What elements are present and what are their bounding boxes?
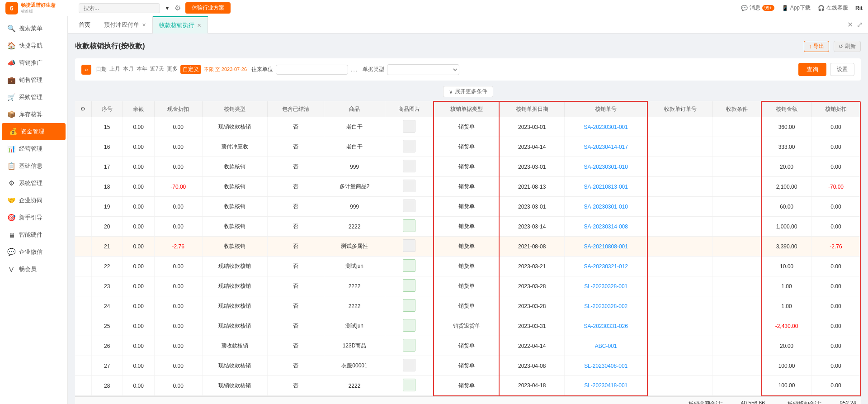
sidebar-item-wechat[interactable]: 💬 企业微信 <box>0 243 67 261</box>
sidebar-item-nav[interactable]: 🏠 快捷导航 <box>0 37 67 54</box>
goods-image <box>403 319 415 332</box>
td-cancel-doc-date: 2023-04-14 <box>499 137 564 157</box>
doc-no-link[interactable]: SA-20230314-008 <box>584 223 627 230</box>
filter-unit-item: 往来单位 ... <box>251 65 358 75</box>
logo-sub: 标准版 <box>21 9 56 14</box>
doc-no-link[interactable]: SA-20230301-001 <box>584 124 627 130</box>
date-more[interactable]: 更多 <box>167 65 178 74</box>
tab-cancel[interactable]: 收款核销执行 ✕ <box>153 16 208 33</box>
sidebar-item-system[interactable]: ⚙ 系统管理 <box>0 175 67 192</box>
doc-no-link[interactable]: SA-20230301-010 <box>584 164 627 170</box>
tab-cancel-close[interactable]: ✕ <box>197 17 201 34</box>
filter-dots: ... <box>351 67 358 73</box>
th-settings[interactable]: ⚙ <box>75 101 91 117</box>
app-download-btn[interactable]: 📱 App下载 <box>782 4 811 12</box>
td-cancel-amount: 360.00 <box>761 117 812 137</box>
td-cancel-amount: 1,000.00 <box>761 217 812 237</box>
td-cancel-doc-date: 2023-03-14 <box>499 217 564 237</box>
tab-home[interactable]: 首页 <box>71 16 98 33</box>
doc-no-link[interactable]: SL-20230328-001 <box>584 283 627 290</box>
td-include-settled: 否 <box>267 137 324 157</box>
td-goods: 老白干 <box>324 117 385 137</box>
doc-no-link[interactable]: SA-20230321-012 <box>584 263 627 270</box>
date-this-month[interactable]: 本月 <box>123 65 134 74</box>
th-receipt-order-no: 收款单订单号 <box>647 101 712 117</box>
inventory-icon: 📦 <box>7 110 15 119</box>
query-btn[interactable]: 查询 <box>798 63 826 76</box>
td-cancel-amount: 10.00 <box>761 257 812 276</box>
tab-expand-icon[interactable]: ⤢ <box>857 20 863 29</box>
sidebar-item-operations[interactable]: 📊 经营管理 <box>0 140 67 157</box>
sidebar-item-search[interactable]: 🔍 搜索菜单 <box>0 20 67 37</box>
tab-prepay[interactable]: 预付冲应付单 ✕ <box>98 16 153 33</box>
th-cancel-doc-type: 核销单据类型 <box>434 101 499 117</box>
td-seq: 19 <box>91 197 123 217</box>
total-discount-value: 952.24 <box>840 400 856 404</box>
td-cancel-doc-type: 销货单 <box>434 296 499 316</box>
filter-arrow-btn[interactable]: » <box>81 65 91 75</box>
td-cash-discount: 0.00 <box>154 276 203 296</box>
search-input[interactable] <box>79 3 160 13</box>
doc-no-link[interactable]: SA-20230414-017 <box>584 144 627 150</box>
tab-prepay-close[interactable]: ✕ <box>142 16 146 33</box>
sidebar-label-guide: 新手引导 <box>19 214 42 222</box>
expand-btn[interactable]: ∨ 展开更多条件 <box>443 86 493 97</box>
sidebar-item-hardware[interactable]: 🖥 智能硬件 <box>0 226 67 243</box>
td-goods-image <box>385 257 434 276</box>
td-cancel-discount: 0.00 <box>812 117 860 137</box>
sidebar-item-basic-info[interactable]: 📋 基础信息 <box>0 157 67 175</box>
sidebar-item-sales[interactable]: 💼 销售管理 <box>0 71 67 89</box>
td-cash-discount: 0.00 <box>154 257 203 276</box>
td-balance: 0.00 <box>123 197 155 217</box>
sidebar-item-marketing[interactable]: 📣 营销推广 <box>0 54 67 71</box>
refresh-btn[interactable]: ↺ 刷新 <box>834 41 861 52</box>
doc-no-link[interactable]: ABC-001 <box>595 343 617 349</box>
th-goods: 商品 <box>324 101 385 117</box>
td-cancel-amount: 20.00 <box>761 336 812 356</box>
message-btn[interactable]: 💬 消息 99+ <box>741 4 774 12</box>
doc-no-link[interactable]: SA-20210808-001 <box>584 243 627 250</box>
online-service-btn[interactable]: 🎧 在线客服 <box>818 4 848 12</box>
td-receipt-order-no <box>647 217 712 237</box>
doc-no-link[interactable]: SL-20230408-001 <box>584 363 627 369</box>
message-icon: 💬 <box>741 5 748 11</box>
sidebar-item-finance[interactable]: 💰 资金管理 <box>2 123 66 140</box>
doc-no-link[interactable]: SA-20230331-026 <box>584 323 627 329</box>
tab-close-all-icon[interactable]: ✕ <box>847 20 853 29</box>
sidebar-item-guide[interactable]: 🎯 新手引导 <box>0 209 67 226</box>
goods-image <box>403 239 415 252</box>
td-settings <box>75 356 91 376</box>
sidebar-item-purchase[interactable]: 🛒 采购管理 <box>0 89 67 106</box>
settings-btn[interactable]: 设置 <box>830 63 854 76</box>
unit-input[interactable] <box>276 65 348 75</box>
td-cancel-amount: 1.00 <box>761 276 812 296</box>
td-receipt-condition <box>713 296 761 316</box>
sidebar-item-member[interactable]: V 畅会员 <box>0 261 67 278</box>
doc-no-link[interactable]: SL-20230328-002 <box>584 303 627 309</box>
date-last-month[interactable]: 上月 <box>109 65 120 74</box>
doc-no-link[interactable]: SA-20210813-001 <box>584 184 627 190</box>
td-cancel-amount: 2,100.00 <box>761 177 812 197</box>
dropdown-arrow[interactable]: ▼ <box>165 5 170 11</box>
date-7days[interactable]: 近7天 <box>150 65 164 74</box>
date-this-year[interactable]: 本年 <box>137 65 147 74</box>
user-name: Rit <box>855 5 863 11</box>
gear-icon[interactable]: ⚙ <box>175 4 181 12</box>
td-cancel-doc-type: 销货单 <box>434 157 499 177</box>
export-btn[interactable]: ↑ 导出 <box>804 41 829 52</box>
date-custom[interactable]: 自定义 <box>180 65 201 74</box>
td-cancel-amount: 3,390.00 <box>761 237 812 257</box>
th-cancel-discount: 核销折扣 <box>812 101 860 117</box>
td-goods: 123D商品 <box>324 336 385 356</box>
finance-icon: 💰 <box>9 128 17 136</box>
sidebar-item-inventory[interactable]: 📦 库存核算 <box>0 106 67 123</box>
table-row: 25 0.00 0.00 现结收款核销 否 测试jun 销货退货单 2023-0… <box>75 316 860 336</box>
td-settings <box>75 316 91 336</box>
search-icon: 🔍 <box>7 24 15 33</box>
doc-no-link[interactable]: SA-20230301-010 <box>584 204 627 210</box>
industry-btn[interactable]: 休验行业方案 <box>185 2 231 14</box>
sidebar-item-collab[interactable]: 🤝 企业协同 <box>0 192 67 209</box>
td-goods-image <box>385 137 434 157</box>
receipt-type-select[interactable] <box>387 64 459 75</box>
doc-no-link[interactable]: SL-20230418-001 <box>584 382 627 389</box>
